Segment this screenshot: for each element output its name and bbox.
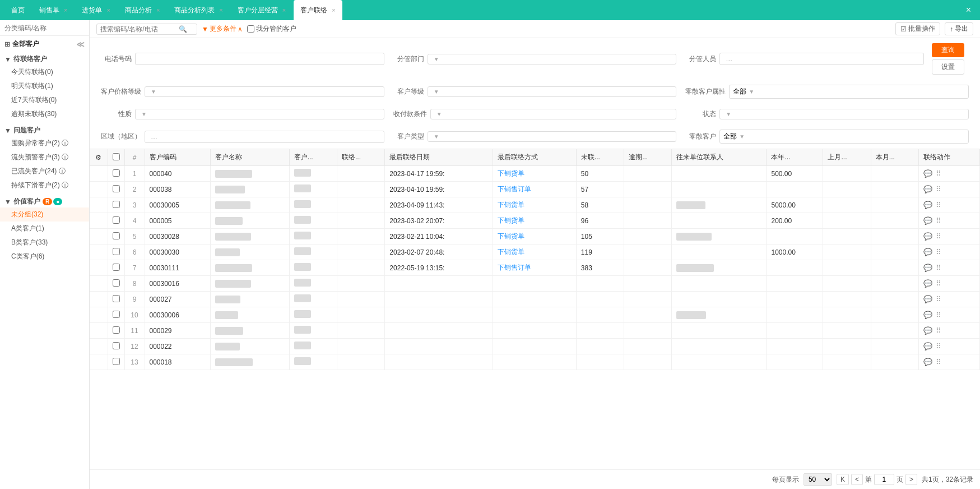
sidebar-item-churn-warning[interactable]: 流失预警客户(3) ⓘ bbox=[0, 150, 89, 164]
prev-page-btn[interactable]: < bbox=[851, 474, 863, 485]
phone-action-icon[interactable]: 💬 bbox=[923, 201, 932, 209]
phone-action-icon[interactable]: 💬 bbox=[923, 248, 932, 256]
sidebar-item-7days[interactable]: 近7天待联络(0) bbox=[0, 93, 89, 107]
price-level-select[interactable]: ▼ bbox=[145, 86, 384, 97]
phone-action-icon[interactable]: 💬 bbox=[923, 326, 932, 335]
row-check[interactable] bbox=[108, 197, 124, 213]
menu-action-icon[interactable]: ⠿ bbox=[936, 342, 941, 350]
per-page-select[interactable]: 50 100 bbox=[803, 473, 832, 486]
tab-purchase[interactable]: 进货单 × bbox=[75, 0, 117, 20]
menu-action-icon[interactable]: ⠿ bbox=[936, 358, 941, 366]
my-customers-check[interactable] bbox=[247, 25, 254, 33]
row-check[interactable] bbox=[108, 245, 124, 260]
col-settings[interactable]: ⚙ bbox=[90, 149, 108, 166]
close-icon[interactable]: × bbox=[64, 7, 67, 13]
tab-customer-contact[interactable]: 客户联络 × bbox=[294, 0, 342, 20]
phone-action-icon[interactable]: 💬 bbox=[923, 232, 932, 241]
sidebar-search-input[interactable] bbox=[4, 24, 89, 32]
search-input[interactable] bbox=[100, 25, 179, 33]
row-check[interactable] bbox=[108, 292, 124, 307]
phone-action-icon[interactable]: 💬 bbox=[923, 311, 932, 319]
menu-action-icon[interactable]: ⠿ bbox=[936, 311, 941, 319]
phone-action-icon[interactable]: 💬 bbox=[923, 295, 932, 303]
page-number-input[interactable] bbox=[874, 474, 894, 485]
row-check[interactable] bbox=[108, 213, 124, 229]
tab-analysis-list[interactable]: 商品分析列表 × bbox=[168, 0, 229, 20]
next-page-btn[interactable]: > bbox=[905, 474, 917, 485]
nature-select[interactable]: ▼ bbox=[135, 109, 384, 119]
retail-attr-select[interactable]: 全部 ▼ bbox=[729, 85, 969, 99]
phone-action-icon[interactable]: 💬 bbox=[923, 185, 932, 193]
payment-select[interactable]: ▼ bbox=[430, 109, 677, 119]
sidebar-item-hoarding[interactable]: 囤购异常客户(2) ⓘ bbox=[0, 136, 89, 150]
tab-analysis[interactable]: 商品分析 × bbox=[118, 0, 166, 20]
close-icon[interactable]: × bbox=[282, 7, 286, 13]
phone-action-icon[interactable]: 💬 bbox=[923, 358, 932, 366]
close-icon[interactable]: × bbox=[156, 7, 160, 13]
phone-action-icon[interactable]: 💬 bbox=[923, 264, 932, 272]
tab-sales[interactable]: 销售单 × bbox=[32, 0, 74, 20]
menu-action-icon[interactable]: ⠿ bbox=[936, 279, 941, 288]
section-title-value[interactable]: ▼ 价值客户 R ● bbox=[0, 195, 89, 207]
row-check[interactable] bbox=[108, 166, 124, 182]
section-title-problem[interactable]: ▼ 问题客户 bbox=[0, 123, 89, 136]
my-customers-checkbox[interactable]: 我分管的客户 bbox=[247, 24, 296, 34]
select-all-checkbox[interactable] bbox=[113, 153, 120, 160]
phone-action-icon[interactable]: 💬 bbox=[923, 342, 932, 350]
all-customers-header[interactable]: ⊞ 全部客户 ≪ bbox=[0, 36, 89, 52]
row-num: 6 bbox=[124, 245, 145, 260]
section-title-pending[interactable]: ▼ 待联络客户 bbox=[0, 52, 89, 65]
sidebar-item-today[interactable]: 今天待联络(0) bbox=[0, 65, 89, 79]
menu-action-icon[interactable]: ⠿ bbox=[936, 326, 941, 335]
menu-action-icon[interactable]: ⠿ bbox=[936, 264, 941, 272]
phone-action-icon[interactable]: 💬 bbox=[923, 169, 932, 178]
sidebar-item-churned[interactable]: 已流失客户(24) ⓘ bbox=[0, 164, 89, 178]
first-page-btn[interactable]: K bbox=[837, 474, 849, 485]
sidebar-item-class-b[interactable]: B类客户(33) bbox=[0, 236, 89, 250]
row-check[interactable] bbox=[108, 339, 124, 354]
tab-home[interactable]: 首页 bbox=[4, 0, 31, 20]
row-check[interactable] bbox=[108, 323, 124, 339]
status-select[interactable]: ▼ bbox=[719, 109, 969, 119]
close-icon[interactable]: × bbox=[332, 7, 335, 13]
menu-action-icon[interactable]: ⠿ bbox=[936, 248, 941, 256]
menu-action-icon[interactable]: ⠿ bbox=[936, 232, 941, 241]
phone-action-icon[interactable]: 💬 bbox=[923, 279, 932, 288]
sidebar-item-ungrouped[interactable]: 未分组(32) bbox=[0, 207, 89, 222]
sidebar-item-class-a[interactable]: A类客户(1) bbox=[0, 222, 89, 236]
row-check[interactable] bbox=[108, 276, 124, 292]
sidebar-item-tomorrow[interactable]: 明天待联络(1) bbox=[0, 79, 89, 93]
more-conditions-btn[interactable]: ▼ 更多条件 ∧ bbox=[202, 24, 243, 34]
phone-input[interactable] bbox=[135, 53, 384, 65]
customer-level-select[interactable]: ▼ bbox=[428, 86, 677, 97]
window-close-icon[interactable]: × bbox=[962, 5, 976, 15]
close-icon[interactable]: × bbox=[219, 7, 222, 13]
row-num: 12 bbox=[124, 339, 145, 354]
phone-action-icon[interactable]: 💬 bbox=[923, 216, 932, 225]
search-button[interactable]: 查询 bbox=[932, 43, 964, 57]
menu-action-icon[interactable]: ⠿ bbox=[936, 216, 941, 225]
row-check[interactable] bbox=[108, 307, 124, 323]
menu-action-icon[interactable]: ⠿ bbox=[936, 185, 941, 193]
customer-type-select[interactable]: ▼ bbox=[428, 131, 677, 142]
sidebar-item-overdue[interactable]: 逾期未联络(30) bbox=[0, 107, 89, 121]
menu-action-icon[interactable]: ⠿ bbox=[936, 169, 941, 178]
reset-button[interactable]: 设置 bbox=[932, 59, 964, 75]
menu-action-icon[interactable]: ⠿ bbox=[936, 201, 941, 209]
close-icon[interactable]: × bbox=[106, 7, 110, 13]
export-btn[interactable]: ↑ 导出 bbox=[945, 22, 973, 35]
tab-customer-tier[interactable]: 客户分层经营 × bbox=[231, 0, 292, 20]
row-check[interactable] bbox=[108, 354, 124, 370]
region-select[interactable]: … bbox=[145, 131, 384, 143]
retail-select[interactable]: 全部 ▼ bbox=[719, 130, 969, 144]
collapse-icon[interactable]: ≪ bbox=[76, 40, 85, 49]
dept-select[interactable]: ▼ bbox=[428, 54, 677, 64]
row-check[interactable] bbox=[108, 229, 124, 245]
batch-ops-btn[interactable]: ☑ 批量操作 bbox=[895, 22, 940, 35]
sidebar-item-declining[interactable]: 持续下滑客户(2) ⓘ bbox=[0, 178, 89, 192]
manager-select[interactable]: … bbox=[719, 53, 924, 65]
row-check[interactable] bbox=[108, 260, 124, 276]
sidebar-item-class-c[interactable]: C类客户(6) bbox=[0, 250, 89, 264]
row-check[interactable] bbox=[108, 182, 124, 197]
menu-action-icon[interactable]: ⠿ bbox=[936, 295, 941, 303]
